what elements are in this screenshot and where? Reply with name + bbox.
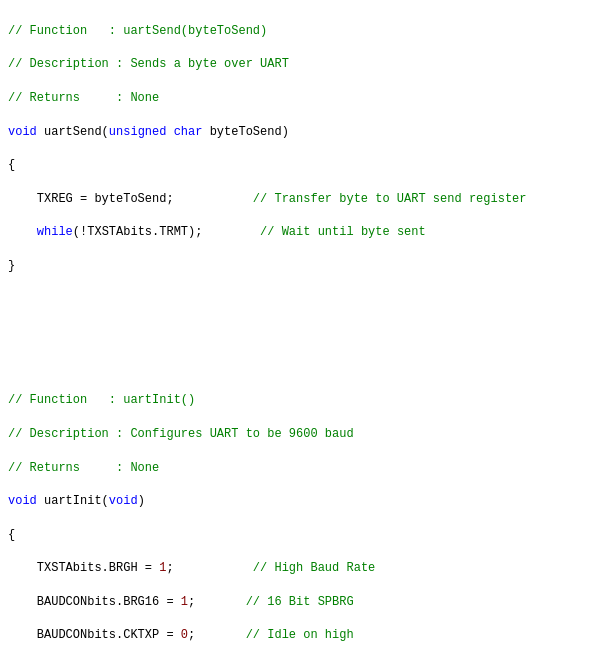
code-line: while(!TXSTAbits.TRMT); // Wait until by… bbox=[8, 225, 426, 239]
code-line: BAUDCONbits.BRG16 = 1; // 16 Bit SPBRG bbox=[8, 595, 354, 609]
code-line: } bbox=[8, 259, 15, 273]
comment-line: // Function : uartInit() bbox=[8, 393, 195, 407]
code-line: TXREG = byteToSend; // Transfer byte to … bbox=[8, 192, 527, 206]
comment-line: // Function : uartSend(byteToSend) bbox=[8, 24, 267, 38]
code-line: BAUDCONbits.CKTXP = 0; // Idle on high bbox=[8, 628, 354, 642]
code-line: void uartInit(void) bbox=[8, 494, 145, 508]
comment-line: // Description : Configures UART to be 9… bbox=[8, 427, 354, 441]
code-editor: // Function : uartSend(byteToSend) // De… bbox=[8, 6, 605, 649]
code-line: { bbox=[8, 158, 15, 172]
code-line: { bbox=[8, 528, 15, 542]
code-line: TXSTAbits.BRGH = 1; // High Baud Rate bbox=[8, 561, 375, 575]
comment-line: // Returns : None bbox=[8, 461, 159, 475]
comment-line: // Returns : None bbox=[8, 91, 159, 105]
code-line: void uartSend(unsigned char byteToSend) bbox=[8, 125, 289, 139]
comment-line: // Description : Sends a byte over UART bbox=[8, 57, 289, 71]
